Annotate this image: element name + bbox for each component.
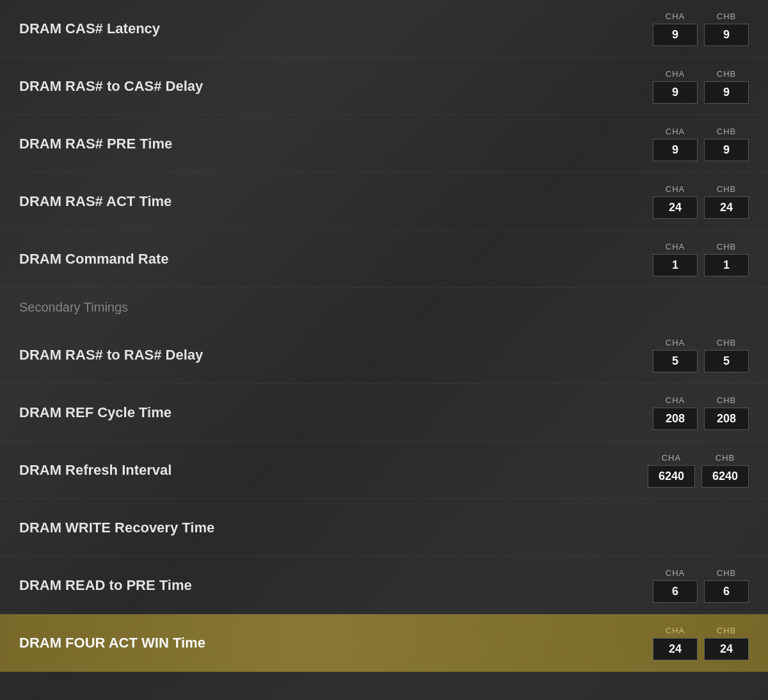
values-refresh-interval: CHA6240CHB6240 (648, 453, 749, 488)
label-secondary-timings: Secondary Timings (19, 300, 749, 315)
values-ras-pre-time: CHA9CHB9 (653, 127, 749, 161)
chb-group-cas-latency: CHB9 (704, 12, 749, 46)
cha-label-ras-to-cas: CHA (666, 69, 685, 79)
cha-label-four-act-win: CHA (666, 626, 685, 635)
chb-group-command-rate: CHB1 (704, 242, 749, 276)
cha-group-ref-cycle-time: CHA208 (653, 395, 698, 430)
chb-value-refresh-interval: 6240 (701, 465, 749, 488)
cha-label-ras-to-ras: CHA (666, 338, 685, 347)
chb-label-read-to-pre: CHB (717, 568, 736, 578)
cha-label-ras-act-time: CHA (666, 184, 685, 194)
cha-value-ras-pre-time: 9 (653, 139, 698, 161)
cha-value-read-to-pre: 6 (653, 580, 698, 603)
chb-value-read-to-pre: 6 (704, 580, 749, 603)
label-ras-pre-time: DRAM RAS# PRE Time (19, 136, 653, 152)
values-ras-to-cas: CHA9CHB9 (653, 69, 749, 104)
cha-group-four-act-win: CHA24 (653, 626, 698, 660)
chb-label-ras-to-cas: CHB (717, 69, 736, 79)
label-refresh-interval: DRAM Refresh Interval (19, 462, 648, 479)
cha-label-read-to-pre: CHA (666, 568, 685, 578)
chb-label-ras-act-time: CHB (717, 184, 736, 194)
cha-group-ras-to-cas: CHA9 (653, 69, 698, 104)
values-four-act-win: CHA24CHB24 (653, 626, 749, 660)
values-command-rate: CHA1CHB1 (653, 242, 749, 276)
cha-value-ras-to-cas: 9 (653, 81, 698, 104)
label-ras-to-ras: DRAM RAS# to RAS# Delay (19, 347, 653, 363)
cha-label-refresh-interval: CHA (662, 453, 681, 463)
cha-label-ref-cycle-time: CHA (666, 395, 685, 405)
row-command-rate: DRAM Command RateCHA1CHB1 (0, 230, 768, 288)
row-cas-latency: DRAM CAS# LatencyCHA9CHB9 (0, 0, 768, 58)
label-cas-latency: DRAM CAS# Latency (19, 20, 653, 37)
cha-group-ras-pre-time: CHA9 (653, 127, 698, 161)
cha-value-refresh-interval: 6240 (648, 465, 695, 488)
chb-label-four-act-win: CHB (717, 626, 736, 635)
row-read-to-pre: DRAM READ to PRE TimeCHA6CHB6 (0, 557, 768, 614)
label-read-to-pre: DRAM READ to PRE Time (19, 577, 653, 594)
chb-label-ras-to-ras: CHB (717, 338, 736, 347)
row-ras-pre-time: DRAM RAS# PRE TimeCHA9CHB9 (0, 115, 768, 173)
chb-label-ref-cycle-time: CHB (717, 395, 736, 405)
cha-value-ref-cycle-time: 208 (653, 408, 698, 430)
label-command-rate: DRAM Command Rate (19, 251, 653, 267)
cha-group-refresh-interval: CHA6240 (648, 453, 695, 488)
row-four-act-win: DRAM FOUR ACT WIN TimeCHA24CHB24 (0, 614, 768, 672)
label-ras-to-cas: DRAM RAS# to CAS# Delay (19, 78, 653, 95)
chb-group-ref-cycle-time: CHB208 (704, 395, 749, 430)
cha-group-read-to-pre: CHA6 (653, 568, 698, 603)
chb-value-ras-pre-time: 9 (704, 139, 749, 161)
row-ras-to-ras: DRAM RAS# to RAS# DelayCHA5CHB5 (0, 326, 768, 384)
cha-label-command-rate: CHA (666, 242, 685, 251)
cha-value-cas-latency: 9 (653, 24, 698, 46)
chb-label-cas-latency: CHB (717, 12, 736, 21)
cha-group-command-rate: CHA1 (653, 242, 698, 276)
chb-value-ras-to-cas: 9 (704, 81, 749, 104)
values-read-to-pre: CHA6CHB6 (653, 568, 749, 603)
row-refresh-interval: DRAM Refresh IntervalCHA6240CHB6240 (0, 441, 768, 499)
row-ras-to-cas: DRAM RAS# to CAS# DelayCHA9CHB9 (0, 58, 768, 115)
chb-value-four-act-win: 24 (704, 638, 749, 660)
label-write-recovery: DRAM WRITE Recovery Time (19, 520, 646, 536)
row-write-recovery: DRAM WRITE Recovery Time (0, 499, 768, 557)
chb-label-ras-pre-time: CHB (717, 127, 736, 136)
label-ras-act-time: DRAM RAS# ACT Time (19, 193, 653, 210)
cha-group-ras-to-ras: CHA5 (653, 338, 698, 372)
chb-group-ras-to-ras: CHB5 (704, 338, 749, 372)
cha-value-four-act-win: 24 (653, 638, 698, 660)
label-four-act-win: DRAM FOUR ACT WIN Time (19, 635, 653, 651)
chb-value-command-rate: 1 (704, 254, 749, 276)
chb-value-ras-act-time: 24 (704, 196, 749, 219)
chb-group-refresh-interval: CHB6240 (701, 453, 749, 488)
chb-group-ras-to-cas: CHB9 (704, 69, 749, 104)
main-container: DRAM CAS# LatencyCHA9CHB9DRAM RAS# to CA… (0, 0, 768, 700)
row-secondary-timings: Secondary Timings (0, 288, 768, 326)
cha-group-cas-latency: CHA9 (653, 12, 698, 46)
cha-label-ras-pre-time: CHA (666, 127, 685, 136)
chb-group-read-to-pre: CHB6 (704, 568, 749, 603)
cha-value-ras-act-time: 24 (653, 196, 698, 219)
chb-label-command-rate: CHB (717, 242, 736, 251)
cha-value-ras-to-ras: 5 (653, 350, 698, 372)
values-ref-cycle-time: CHA208CHB208 (653, 395, 749, 430)
values-ras-act-time: CHA24CHB24 (653, 184, 749, 219)
row-ras-act-time: DRAM RAS# ACT TimeCHA24CHB24 (0, 173, 768, 230)
values-cas-latency: CHA9CHB9 (653, 12, 749, 46)
chb-group-four-act-win: CHB24 (704, 626, 749, 660)
chb-group-ras-act-time: CHB24 (704, 184, 749, 219)
cha-label-cas-latency: CHA (666, 12, 685, 21)
chb-group-ras-pre-time: CHB9 (704, 127, 749, 161)
chb-value-ref-cycle-time: 208 (704, 408, 749, 430)
chb-value-cas-latency: 9 (704, 24, 749, 46)
label-ref-cycle-time: DRAM REF Cycle Time (19, 404, 653, 421)
chb-value-ras-to-ras: 5 (704, 350, 749, 372)
cha-group-ras-act-time: CHA24 (653, 184, 698, 219)
cha-value-command-rate: 1 (653, 254, 698, 276)
row-ref-cycle-time: DRAM REF Cycle TimeCHA208CHB208 (0, 384, 768, 441)
values-ras-to-ras: CHA5CHB5 (653, 338, 749, 372)
chb-label-refresh-interval: CHB (716, 453, 735, 463)
